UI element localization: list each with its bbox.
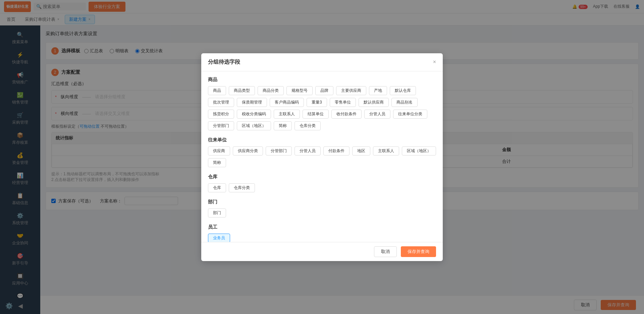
field-tag-warehouse-category[interactable]: 仓库分类 [294, 121, 321, 130]
field-group-employee-title: 员工 [208, 224, 436, 230]
field-tags-employee: 业务员 [208, 234, 436, 242]
field-tag-abbreviation2[interactable]: 简称 [208, 158, 226, 167]
modal-header: 分组待选字段 × [201, 53, 443, 71]
field-tag-batch-mgmt[interactable]: 批次管理 [208, 98, 234, 107]
field-group-warehouse-title: 仓库 [208, 174, 436, 180]
field-tag-spec-model[interactable]: 规格型号 [286, 86, 313, 95]
field-tag-region2[interactable]: 地区 [352, 146, 370, 155]
field-group-product-title: 商品 [208, 77, 436, 83]
field-tag-salesperson[interactable]: 业务员 [208, 234, 230, 242]
field-group-employee: 员工 业务员 [208, 224, 436, 242]
field-group-counterpart-title: 往来单位 [208, 137, 436, 143]
field-tag-responsible2[interactable]: 分管人员 [294, 146, 321, 155]
field-tag-product-category[interactable]: 商品分类 [258, 86, 284, 95]
field-tag-warehouse[interactable]: 仓库 [208, 183, 226, 192]
field-tags-product: 商品 商品类型 商品分类 规格型号 品牌 主要供应商 产地 默认仓库 批次管理 … [208, 86, 436, 130]
modal-body: 商品 商品 商品类型 商品分类 规格型号 品牌 主要供应商 产地 默认仓库 批次… [201, 71, 443, 242]
field-group-product: 商品 商品 商品类型 商品分类 规格型号 品牌 主要供应商 产地 默认仓库 批次… [208, 77, 436, 130]
field-tag-region3[interactable]: 区域（地区） [402, 146, 436, 155]
field-tag-supplier-category[interactable]: 供应商分类 [233, 146, 263, 155]
modal-footer: 取消 保存并查询 [201, 242, 443, 261]
field-tag-dept[interactable]: 分管部门 [208, 121, 234, 130]
modal-overlay[interactable]: 分组待选字段 × 商品 商品 商品类型 商品分类 规格型号 品牌 主要供应商 产… [0, 0, 644, 314]
field-tags-warehouse: 仓库 仓库分类 [208, 183, 436, 192]
field-tag-payment-terms[interactable]: 收付款条件 [331, 110, 362, 119]
field-group-warehouse: 仓库 仓库 仓库分类 [208, 174, 436, 192]
field-tag-origin[interactable]: 产地 [369, 86, 387, 95]
field-tag-settlement-unit[interactable]: 结算单位 [303, 110, 329, 119]
modal-cancel-button[interactable]: 取消 [374, 246, 397, 257]
field-group-dept: 部门 部门 [208, 199, 436, 217]
field-tag-brand[interactable]: 品牌 [315, 86, 333, 95]
field-tag-product[interactable]: 商品 [208, 86, 226, 95]
field-tag-counterpart-category[interactable]: 往来单位分类 [393, 110, 427, 119]
modal: 分组待选字段 × 商品 商品 商品类型 商品分类 规格型号 品牌 主要供应商 产… [201, 53, 443, 261]
modal-title: 分组待选字段 [208, 59, 240, 66]
field-tag-main-contact[interactable]: 主联系人 [274, 110, 300, 119]
field-tag-responsible-person[interactable]: 分管人员 [364, 110, 390, 119]
field-group-dept-title: 部门 [208, 199, 436, 205]
field-tag-payment-terms2[interactable]: 付款条件 [323, 146, 350, 155]
field-tag-retail-unit[interactable]: 零售单位 [330, 98, 356, 107]
field-tag-default-warehouse[interactable]: 默认仓库 [390, 86, 416, 95]
field-tag-supplier[interactable]: 供应商 [208, 146, 230, 155]
modal-close-button[interactable]: × [433, 59, 436, 65]
field-tag-tax-code[interactable]: 税收分类编码 [237, 110, 271, 119]
field-tag-region[interactable]: 区域（地区） [237, 121, 271, 130]
field-tag-default-supplier[interactable]: 默认供应商 [359, 98, 389, 107]
field-tag-main-contact2[interactable]: 主联系人 [373, 146, 399, 155]
modal-confirm-button[interactable]: 保存并查询 [401, 246, 436, 257]
field-tag-main-supplier[interactable]: 主要供应商 [336, 86, 366, 95]
field-tag-abbreviation[interactable]: 简称 [274, 121, 292, 130]
field-tag-pick-points[interactable]: 拣货积分 [208, 110, 234, 119]
field-tag-product-alias[interactable]: 商品别名 [391, 98, 418, 107]
field-tag-weight3[interactable]: 重量3 [307, 98, 327, 107]
field-tag-dept3[interactable]: 部门 [208, 208, 226, 217]
field-tags-counterpart: 供应商 供应商分类 分管部门 分管人员 付款条件 地区 主联系人 区域（地区） … [208, 146, 436, 167]
field-tag-dept2[interactable]: 分管部门 [266, 146, 292, 155]
field-tag-product-type[interactable]: 商品类型 [229, 86, 255, 95]
field-tags-dept: 部门 [208, 208, 436, 217]
field-tag-warehouse-cat[interactable]: 仓库分类 [229, 183, 255, 192]
field-group-counterpart: 往来单位 供应商 供应商分类 分管部门 分管人员 付款条件 地区 主联系人 区域… [208, 137, 436, 167]
field-tag-customer-code[interactable]: 客户商品编码 [270, 98, 304, 107]
field-tag-quality-mgmt[interactable]: 保质期管理 [237, 98, 267, 107]
